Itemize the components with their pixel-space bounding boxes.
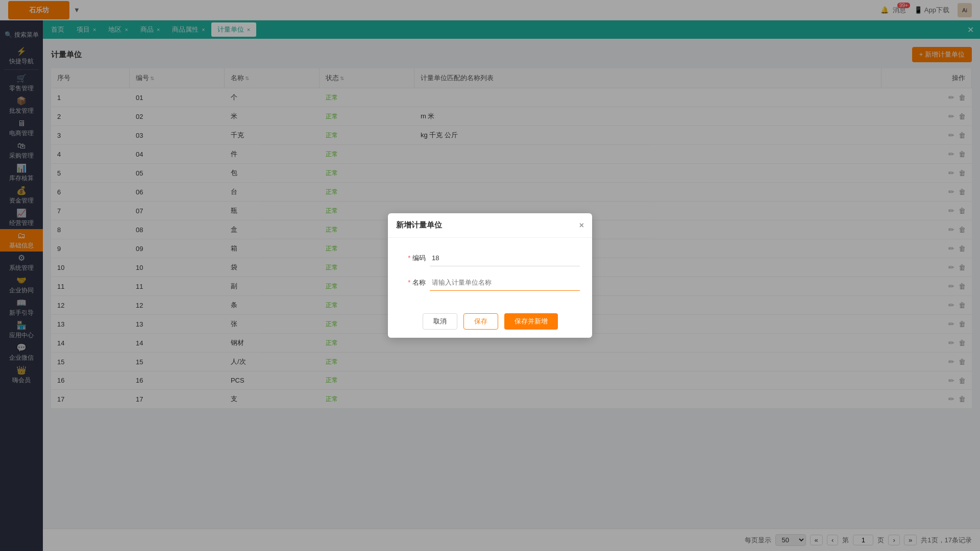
modal-footer: 取消 保存 保存并新增 — [388, 307, 592, 338]
code-label: 编码 — [400, 254, 426, 263]
code-input[interactable] — [430, 250, 580, 266]
save-and-add-button[interactable]: 保存并新增 — [504, 313, 558, 330]
modal-close-button[interactable]: × — [579, 221, 584, 230]
save-button[interactable]: 保存 — [463, 313, 498, 330]
modal-overlay: 新增计量单位 × 编码 名称 取消 保存 保存并新增 — [0, 0, 980, 551]
modal-body: 编码 名称 — [388, 238, 592, 307]
cancel-button[interactable]: 取消 — [423, 313, 457, 330]
modal-title: 新增计量单位 — [396, 220, 442, 230]
form-row-code: 编码 — [400, 250, 580, 266]
form-row-name: 名称 — [400, 274, 580, 291]
name-input[interactable] — [430, 274, 580, 291]
modal-header: 新增计量单位 × — [388, 213, 592, 238]
name-label: 名称 — [400, 278, 426, 287]
add-uom-modal: 新增计量单位 × 编码 名称 取消 保存 保存并新增 — [388, 213, 592, 338]
